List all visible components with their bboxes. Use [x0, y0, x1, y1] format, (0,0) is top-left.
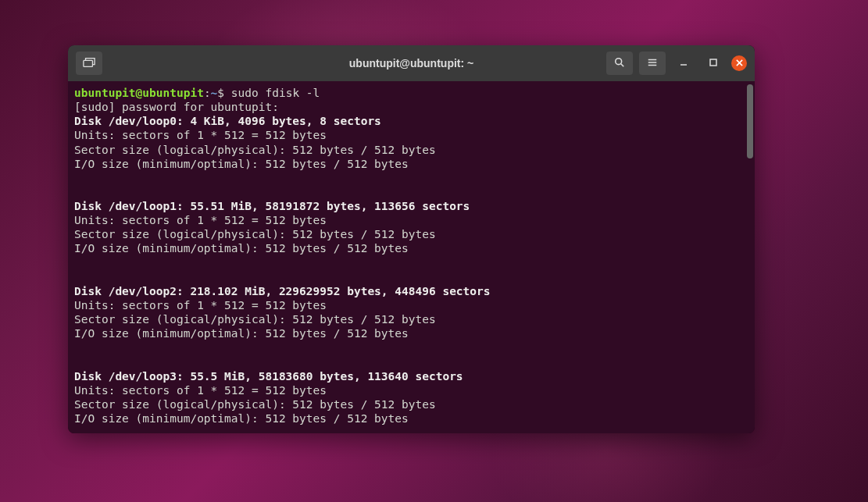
close-icon [736, 59, 743, 69]
disk-header-3: Disk /dev/loop3: 55.5 MiB, 58183680 byte… [74, 370, 463, 383]
titlebar-left [76, 52, 102, 75]
disk-header-1: Disk /dev/loop1: 55.51 MiB, 58191872 byt… [74, 200, 470, 212]
disk-units-3: Units: sectors of 1 * 512 = 512 bytes [74, 384, 327, 397]
command-text: sudo fdisk -l [231, 87, 320, 99]
sudo-password-line: [sudo] password for ubuntupit: [74, 101, 279, 113]
disk-iosize-0: I/O size (minimum/optimal): 512 bytes / … [74, 158, 409, 170]
titlebar-right [606, 52, 747, 75]
close-button[interactable] [731, 55, 747, 71]
new-tab-icon [83, 56, 95, 71]
minimize-icon [680, 58, 688, 69]
scrollbar[interactable] [747, 84, 753, 158]
disk-units-1: Units: sectors of 1 * 512 = 512 bytes [74, 214, 327, 226]
disk-sector-3: Sector size (logical/physical): 512 byte… [74, 398, 436, 411]
terminal-output[interactable]: ubuntupit@ubuntupit:~$ sudo fdisk -l [su… [68, 81, 755, 433]
svg-point-1 [616, 58, 622, 64]
prompt-user-host: ubuntupit@ubuntupit [74, 87, 204, 99]
disk-iosize-3: I/O size (minimum/optimal): 512 bytes / … [74, 412, 409, 425]
maximize-button[interactable] [702, 54, 725, 73]
disk-sector-2: Sector size (logical/physical): 512 byte… [74, 313, 436, 326]
disk-sector-1: Sector size (logical/physical): 512 byte… [74, 228, 436, 240]
titlebar[interactable]: ubuntupit@ubuntupit: ~ [68, 45, 755, 81]
disk-iosize-2: I/O size (minimum/optimal): 512 bytes / … [74, 327, 409, 340]
minimize-button[interactable] [672, 54, 695, 73]
svg-line-2 [621, 63, 624, 66]
disk-iosize-1: I/O size (minimum/optimal): 512 bytes / … [74, 242, 409, 255]
prompt-dollar: $ [217, 87, 224, 99]
hamburger-icon [647, 56, 658, 71]
disk-header-0: Disk /dev/loop0: 4 KiB, 4096 bytes, 8 se… [74, 115, 381, 127]
prompt-sep: : [204, 87, 211, 99]
search-icon [614, 56, 625, 71]
disk-units-0: Units: sectors of 1 * 512 = 512 bytes [74, 129, 327, 141]
window-title: ubuntupit@ubuntupit: ~ [349, 57, 473, 69]
disk-units-2: Units: sectors of 1 * 512 = 512 bytes [74, 299, 327, 312]
maximize-icon [709, 58, 717, 69]
search-button[interactable] [606, 52, 633, 75]
svg-rect-7 [710, 59, 716, 66]
new-tab-button[interactable] [76, 52, 102, 75]
terminal-window: ubuntupit@ubuntupit: ~ [68, 45, 755, 433]
menu-button[interactable] [639, 52, 666, 75]
svg-rect-0 [84, 60, 93, 66]
disk-header-2: Disk /dev/loop2: 218.102 MiB, 229629952 … [74, 285, 491, 297]
disk-sector-0: Sector size (logical/physical): 512 byte… [74, 144, 436, 156]
